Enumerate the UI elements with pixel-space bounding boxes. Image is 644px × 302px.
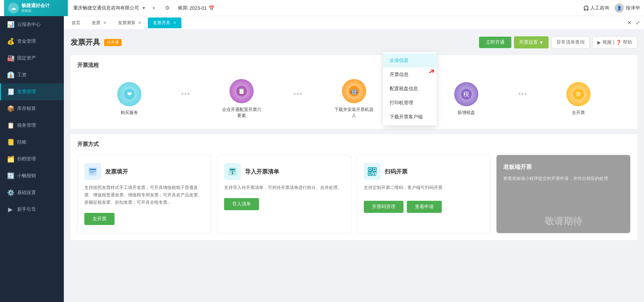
sidebar-item-label-guidang: 归档管理 bbox=[17, 156, 36, 162]
method-card-import-header: 导入开票清单 bbox=[224, 163, 344, 180]
scan-buttons: 开票码管理 查看申请 bbox=[364, 198, 484, 213]
jichushezhi-icon: ⚙️ bbox=[7, 189, 14, 196]
username: 徐泽华 bbox=[626, 5, 640, 11]
calendar-icon[interactable]: 📅 bbox=[209, 5, 214, 11]
page-header: 发票开具 待开通 立即开通 开票设置 ▼ 异常清单查询 ▶ 视频 | ❓ 帮助 bbox=[71, 36, 637, 48]
import-icon bbox=[224, 163, 241, 180]
company-area[interactable]: 重庆畅捷交通信息咨询有限公司 ▼ + ⚙ 账期 2023-01 📅 bbox=[68, 3, 222, 13]
flow-step-2-label: 企业开通配置开票六要素 bbox=[221, 107, 262, 119]
tab-invoice-calc[interactable]: 发票测算 ✕ bbox=[113, 17, 146, 28]
svg-text:票: 票 bbox=[576, 91, 581, 97]
methods-grid: 发票填开 支持按照发票样式手工填开发票；可开具增值税电子普通发票、增值税普通发票… bbox=[77, 155, 631, 233]
jiezhang-icon: 📒 bbox=[7, 139, 14, 146]
svg-text:税: 税 bbox=[463, 91, 469, 98]
shuiwu-icon: 📋 bbox=[7, 122, 14, 129]
svg-rect-11 bbox=[89, 169, 96, 170]
zijin-icon: 💰 bbox=[7, 38, 14, 45]
sidebar-item-fapiao[interactable]: 🧾 发票管理 bbox=[0, 83, 64, 100]
dropdown-item-download[interactable]: 下载开票客户端 bbox=[383, 110, 437, 124]
sidebar-item-guding[interactable]: 🏭 固定资产 bbox=[0, 50, 64, 67]
settings-icon[interactable]: ⚙ bbox=[162, 3, 173, 13]
gongzi-icon: 👔 bbox=[7, 71, 14, 79]
fill-btn[interactable]: 去开票 bbox=[84, 213, 115, 225]
add-company-button[interactable]: + bbox=[148, 3, 159, 13]
flow-step-5-label: 去开票 bbox=[572, 110, 585, 116]
company-dropdown-icon[interactable]: ▼ bbox=[142, 6, 146, 10]
sidebar-item-gongzi[interactable]: 👔 工资 bbox=[0, 67, 64, 83]
user-area[interactable]: 👤 徐泽华 bbox=[614, 3, 640, 13]
dropdown-item-printer-label: 打印机管理 bbox=[390, 100, 413, 105]
service-button[interactable]: 🎧 人工咨询 bbox=[583, 5, 609, 11]
anomaly-button[interactable]: 异常清单查询 bbox=[551, 36, 590, 48]
tab-invoice-close[interactable]: ✕ bbox=[103, 21, 106, 25]
dropdown-item-printer[interactable]: 打印机管理 bbox=[383, 96, 437, 110]
tab-invoice-open-close[interactable]: ✕ bbox=[173, 21, 176, 25]
sidebar-item-label-fapiao: 发票管理 bbox=[17, 89, 36, 95]
tab-invoice[interactable]: 发票 ✕ bbox=[87, 17, 112, 28]
xiaochang-icon: 🔄 bbox=[7, 172, 14, 180]
sidebar-item-label-shuiwu: 税务管理 bbox=[17, 122, 36, 128]
svg-rect-12 bbox=[89, 171, 96, 172]
tab-home[interactable]: 首页 bbox=[67, 17, 85, 28]
flow-step-1: ❤ 购买服务 bbox=[77, 82, 181, 116]
dropdown-item-invoice-info-label: 开票信息 bbox=[390, 72, 409, 77]
tab-invoice-calc-close[interactable]: ✕ bbox=[138, 21, 141, 25]
method-import-title: 导入开票清单 bbox=[245, 168, 279, 176]
logo-text: 畅捷通好会计 bbox=[22, 3, 50, 8]
sidebar-item-guidang[interactable]: 🗂️ 归档管理 bbox=[0, 151, 64, 167]
period-value: 2023-01 bbox=[189, 5, 207, 11]
dropdown-item-download-label: 下载开票客户端 bbox=[390, 114, 423, 119]
sidebar-item-zijin[interactable]: 💰 资金管理 bbox=[0, 33, 64, 50]
sidebar-item-xiaochang[interactable]: 🔄 小畅报销 bbox=[0, 167, 64, 184]
sidebar-item-label-gongzi: 工资 bbox=[17, 72, 27, 78]
tab-bar: 首页 发票 ✕ 发票测算 ✕ 发票开具 ✕ ✕ ⤢ bbox=[64, 16, 644, 30]
methods-section: 开票方式 发票填开 支持按照发票样式手工填开发票；可开具增值税电子普通发票 bbox=[71, 134, 637, 240]
flow-step-4-label: 新增税盘 bbox=[458, 110, 475, 116]
sidebar-item-label-jiezhang: 结账 bbox=[17, 139, 27, 145]
scan-view-btn[interactable]: 查看申请 bbox=[407, 201, 442, 213]
method-card-import: 导入开票清单 支持导入待开票清单，可对待开票清单进行拆分、合并处理。 导入清单 bbox=[217, 155, 351, 233]
settings-button[interactable]: 开票设置 ▼ bbox=[514, 36, 549, 48]
method-card-boss-header: 老板端开票 bbox=[503, 163, 624, 171]
sidebar-item-xinshou[interactable]: ▶ 新手引导 bbox=[0, 201, 64, 218]
flow-dots-1 bbox=[181, 93, 189, 95]
video-help-button[interactable]: ▶ 视频 | ❓ 帮助 bbox=[592, 36, 637, 48]
method-fill-desc: 支持按照发票样式手工填开发票；可开具增值税电子普通发票、增值税普通发票、增值税专… bbox=[84, 184, 205, 206]
tab-invoice-open[interactable]: 发票开具 ✕ bbox=[148, 17, 181, 28]
svg-rect-16 bbox=[230, 171, 235, 171]
sidebar-item-label-zijin: 资金管理 bbox=[17, 38, 36, 44]
xinshou-icon: ▶ bbox=[7, 206, 14, 213]
logo-icon: ☁ bbox=[8, 3, 19, 13]
close-tab-button[interactable]: ✕ bbox=[626, 18, 633, 27]
dropdown-item-company-label: 企业信息 bbox=[390, 58, 409, 63]
import-btn[interactable]: 导入清单 bbox=[224, 198, 259, 210]
dropdown-item-company[interactable]: 企业信息 bbox=[383, 53, 437, 68]
sidebar-item-kucun[interactable]: 📦 库存核算 bbox=[0, 100, 64, 117]
flow-steps: ❤ 购买服务 📋 企业开通配置开票六要素 bbox=[77, 76, 631, 122]
method-card-fill: 发票填开 支持按照发票样式手工填开发票；可开具增值税电子普通发票、增值税普通发票… bbox=[77, 155, 212, 233]
sidebar-item-jichushezhi[interactable]: ⚙️ 基础设置 bbox=[0, 184, 64, 201]
yunbao-icon: 📊 bbox=[7, 21, 14, 28]
sidebar-item-label-jichushezhi: 基础设置 bbox=[17, 190, 36, 196]
method-card-scan: 扫码开票 支持定制开票二维码，客户端可扫码开票 开票码管理 查看申请 bbox=[357, 155, 491, 233]
scan-qr-btn[interactable]: 开票码管理 bbox=[364, 201, 403, 213]
flow-dots-2 bbox=[294, 93, 302, 95]
sidebar-item-jiezhang[interactable]: 📒 结账 bbox=[0, 134, 64, 151]
sidebar-item-label-kucun: 库存核算 bbox=[17, 106, 36, 112]
sidebar: 📊 云报表中心 💰 资金管理 🏭 固定资产 👔 工资 🧾 发票管理 📦 库存核算… bbox=[0, 16, 64, 302]
dropdown-item-tax-disk[interactable]: 配置税盘信息 bbox=[383, 82, 437, 96]
question-icon: ❓ bbox=[616, 40, 621, 45]
maximize-button[interactable]: ⤢ bbox=[634, 18, 641, 27]
settings-dropdown-arrow: ▼ bbox=[539, 40, 544, 45]
activate-button[interactable]: 立即开通 bbox=[479, 37, 511, 48]
svg-rect-15 bbox=[230, 169, 235, 170]
boss-period-badge: 敬请期待 bbox=[497, 215, 630, 228]
sidebar-item-yunbao[interactable]: 📊 云报表中心 bbox=[0, 16, 64, 33]
sidebar-item-shuiwu[interactable]: 📋 税务管理 bbox=[0, 117, 64, 134]
right-actions: 🎧 人工咨询 👤 徐泽华 bbox=[583, 3, 640, 13]
svg-rect-13 bbox=[89, 173, 94, 173]
flow-icon-2: 📋 bbox=[229, 79, 254, 103]
company-name: 重庆畅捷交通信息咨询有限公司 bbox=[73, 5, 139, 11]
avatar: 👤 bbox=[614, 3, 624, 13]
svg-text:📋: 📋 bbox=[238, 87, 246, 95]
